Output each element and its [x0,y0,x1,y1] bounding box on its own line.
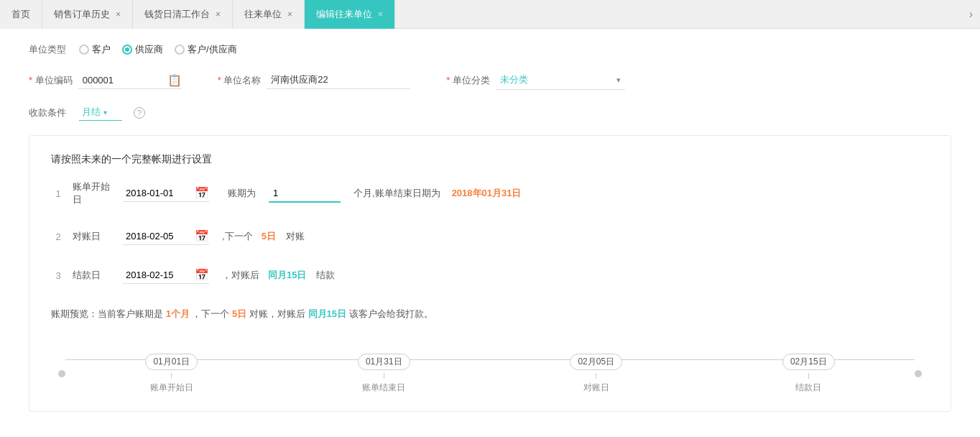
tab-edit-counterpart-label: 编辑往来单位 [316,8,372,21]
unit-code-input[interactable] [78,72,165,88]
row3-highlight: 同月15日 [268,269,306,282]
row1-period-highlight: 2018年01月31日 [452,187,522,200]
payment-terms-row: 收款条件 月结 ▾ ? [29,104,951,121]
row2-date-field: 📅 [123,228,209,245]
unit-category-group: 单位分类 未分类 ▾ [446,70,625,90]
row2-num: 2 [51,231,65,242]
payment-terms-value: 月结 [82,106,101,119]
row2-suffix: 对账 [286,230,305,243]
preview-sep1: ，下一个 [192,308,229,319]
tabs-bar: 首页 销售订单历史 × 钱货日清工作台 × 往来单位 × 编辑往来单位 × › [0,0,980,29]
tab-sales-history[interactable]: 销售订单历史 × [42,0,133,29]
row3-suffix: 结款 [316,269,335,282]
unit-code-input-wrap: 📋 [78,72,182,89]
unit-code-label: 单位编码 [29,74,73,87]
timeline-node-2-label: 账单结束日 [362,382,405,394]
preview-part2: 5日 [232,308,246,319]
unit-code-icon[interactable]: 📋 [167,73,182,87]
timeline-node-1-tick [171,373,172,379]
tab-edit-counterpart-close[interactable]: × [378,9,383,19]
payment-terms-dropdown[interactable]: 月结 ▾ [79,104,122,121]
preview-text: 账期预览：当前客户账期是 1个月 ，下一个 5日 对账，对账后 同月15日 该客… [51,305,929,322]
row3-date-input[interactable] [123,267,195,283]
row1-cal-icon[interactable]: 📅 [195,186,209,200]
unit-info-row: 单位编码 📋 单位名称 单位分类 未分类 ▾ [29,70,951,90]
row1-date-field: 📅 [123,185,209,202]
row3-prefix: ，对账后 [222,269,259,282]
tab-sales-history-close[interactable]: × [116,9,121,19]
timeline-node-4-date: 02月15日 [782,354,835,370]
radio-customer-label: 客户 [92,43,111,56]
row2-highlight: 5日 [262,230,276,243]
timeline-node-4: 02月15日 结款日 [782,354,835,394]
timeline-node-4-label: 结款日 [795,382,821,394]
row1-num: 1 [51,188,65,199]
row1-period-input[interactable] [269,185,341,203]
timeline-node-3: 02月05日 对账日 [570,354,622,394]
row3-cal-icon[interactable]: 📅 [195,268,209,282]
payment-terms-label: 收款条件 [29,106,66,119]
tab-cash-workbench[interactable]: 钱货日清工作台 × [133,0,233,29]
timeline-node-2-date: 01月31日 [358,354,410,370]
radio-customer-supplier[interactable]: 客户/供应商 [175,43,237,56]
radio-customer-supplier-circle [175,45,185,55]
row2-prefix: ,下一个 [222,230,253,243]
timeline-container: 01月01日 账单开始日 01月31日 账单结束日 02月05日 对账 [58,339,922,394]
timeline-left-dot [58,370,65,377]
tab-cash-workbench-label: 钱货日清工作台 [144,8,210,21]
row3-date-field: 📅 [123,267,209,284]
tab-home[interactable]: 首页 [0,0,42,29]
timeline-right-dot [915,370,922,377]
row2-date-input[interactable] [123,228,195,244]
unit-category-dropdown[interactable]: 未分类 ▾ [496,70,625,90]
setting-row-1: 1 账单开始日 📅 账期为 个月,账单结束日期为 2018年01月31日 [51,180,929,206]
row2-cal-icon[interactable]: 📅 [195,229,209,243]
unit-name-label: 单位名称 [218,74,262,87]
payment-terms-arrow: ▾ [103,109,107,116]
settings-card: 请按照未来的一个完整帐期进行设置 1 账单开始日 📅 账期为 个月,账单结束日期… [29,135,951,412]
timeline-node-2: 01月31日 账单结束日 [358,354,410,394]
preview-part3: 同月15日 [308,308,346,319]
preview-sep2: 对账，对账后 [249,308,305,319]
timeline-node-1: 01月01日 账单开始日 [145,354,198,394]
row1-period-unit: 个月,账单结束日期为 [353,187,440,200]
timeline-node-1-date: 01月01日 [145,354,198,370]
timeline-node-1-label: 账单开始日 [150,382,193,394]
tab-counterpart[interactable]: 往来单位 × [233,0,305,29]
radio-customer[interactable]: 客户 [79,43,111,56]
row3-type: 结款日 [73,269,116,282]
setting-row-3: 3 结款日 📅 ，对账后 同月15日 结款 [51,267,929,284]
radio-supplier-label: 供应商 [135,43,163,56]
tab-edit-counterpart[interactable]: 编辑往来单位 × [305,0,395,29]
tab-scroll-arrow[interactable]: › [962,8,980,21]
help-icon[interactable]: ? [134,107,145,119]
radio-group-unit-type: 客户 供应商 客户/供应商 [79,43,237,56]
timeline-node-4-tick [808,373,809,379]
unit-name-input[interactable] [267,72,410,89]
unit-name-group: 单位名称 [218,72,411,89]
row1-type: 账单开始日 [73,180,116,206]
unit-code-group: 单位编码 📋 [29,72,182,89]
radio-supplier[interactable]: 供应商 [122,43,163,56]
tab-counterpart-close[interactable]: × [287,9,292,19]
timeline-node-3-tick [596,373,596,379]
unit-type-row: 单位类型 客户 供应商 客户/供应商 [29,43,951,56]
row3-num: 3 [51,270,65,281]
timeline-node-3-label: 对账日 [583,382,609,394]
tab-cash-workbench-close[interactable]: × [216,9,221,19]
timeline-node-3-date: 02月05日 [570,354,622,370]
preview-prefix: 账期预览：当前客户账期是 [51,308,163,319]
unit-type-label: 单位类型 [29,43,66,56]
card-title: 请按照未来的一个完整帐期进行设置 [51,153,929,166]
unit-category-label: 单位分类 [446,74,490,87]
main-content: 单位类型 客户 供应商 客户/供应商 单位编码 📋 单 [0,29,980,437]
row1-period-label: 账期为 [228,187,256,200]
preview-suffix: 该客户会给我打款。 [349,308,433,319]
tab-sales-history-label: 销售订单历史 [54,8,110,21]
row2-type: 对账日 [73,230,116,243]
row1-date-input[interactable] [123,185,195,201]
radio-customer-circle [79,45,89,55]
unit-category-value: 未分类 [500,73,614,86]
tab-counterpart-label: 往来单位 [244,8,282,21]
unit-category-arrow: ▾ [616,75,621,85]
